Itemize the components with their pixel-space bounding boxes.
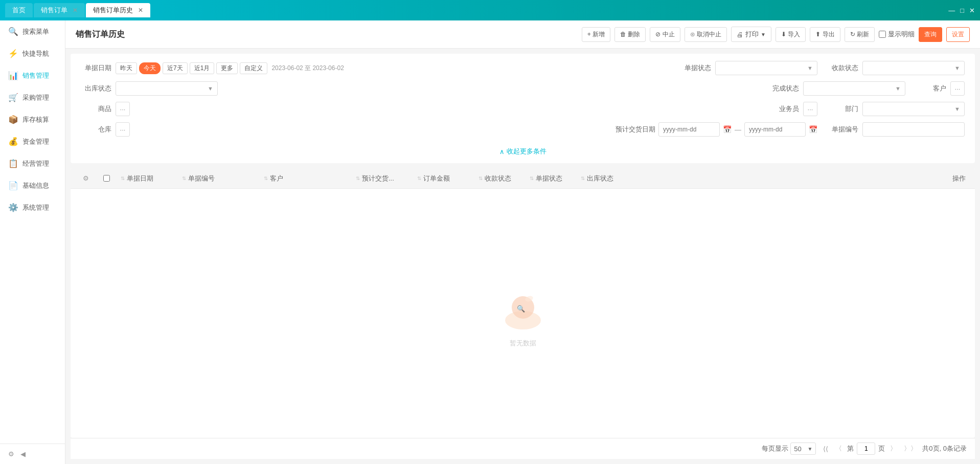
- tab-home[interactable]: 首页: [5, 3, 33, 17]
- delivery-date-filter: 预计交货日期 📅 — 📅: [616, 122, 817, 137]
- sidebar: 🔍 搜索菜单 ⚡ 快捷导航 📊 销售管理 🛒 采购管理 📦 库存核算 💰 资金管…: [0, 20, 65, 464]
- th-bill-status[interactable]: ⇅ 单据状态: [526, 174, 577, 183]
- collapse-button[interactable]: ∧ 收起更多条件: [81, 143, 965, 156]
- receipt-status-select[interactable]: ▼: [862, 61, 965, 75]
- th-bill-date[interactable]: ⇅ 单据日期: [117, 174, 178, 183]
- bill-status-select[interactable]: ▼: [715, 61, 817, 75]
- custom-btn[interactable]: 自定义: [240, 62, 267, 74]
- collapse-label: 收起更多条件: [507, 147, 546, 156]
- th-bill-status-label: 单据状态: [536, 174, 562, 183]
- next-page-button[interactable]: 〉: [888, 443, 899, 454]
- last7days-btn[interactable]: 近7天: [163, 62, 188, 74]
- filter-row-4: 仓库 ··· 预计交货日期 📅 — 📅 单据编号: [81, 122, 965, 137]
- collapse-up-icon: ∧: [499, 148, 505, 156]
- sidebar-item-ops-mgmt[interactable]: 📋 经营管理: [0, 152, 65, 174]
- finance-mgmt-icon: 💰: [8, 137, 18, 146]
- product-picker-btn[interactable]: ···: [116, 102, 130, 116]
- customer-label: 客户: [916, 84, 946, 93]
- last-page-button[interactable]: 〉〉: [902, 443, 919, 454]
- complete-status-filter: 完成状态 ▼: [768, 81, 905, 96]
- salesperson-label: 业务员: [768, 104, 799, 114]
- th-bill-status-sort-icon: ⇅: [530, 175, 534, 181]
- complete-status-label: 完成状态: [768, 84, 799, 93]
- filter-area: 单据日期 昨天 今天 近7天 近1月 更多 自定义 2023-06-02 至 2…: [71, 54, 975, 163]
- th-outbound-status[interactable]: ⇅ 出库状态: [577, 174, 628, 183]
- sidebar-item-quick-nav[interactable]: ⚡ 快捷导航: [0, 42, 65, 64]
- sidebar-item-sys-mgmt[interactable]: ⚙️ 系统管理: [0, 196, 65, 218]
- yesterday-btn[interactable]: 昨天: [116, 62, 137, 74]
- product-label: 商品: [81, 104, 111, 114]
- customer-picker-btn[interactable]: ···: [950, 81, 965, 96]
- department-select[interactable]: ▼: [862, 102, 965, 116]
- sidebar-item-ops-mgmt-label: 经营管理: [22, 159, 49, 168]
- delivery-date-to[interactable]: [744, 122, 806, 137]
- import-button[interactable]: ⬇ 导入: [776, 27, 806, 42]
- tab-sales-order[interactable]: 销售订单 ✕: [34, 3, 85, 17]
- export-button[interactable]: ⬆ 导出: [810, 27, 840, 42]
- th-bill-number[interactable]: ⇅ 单据编号: [178, 174, 260, 183]
- current-page-input[interactable]: [857, 443, 875, 455]
- table-footer: 每页显示 50 ▼ ⟨⟨ 〈 第 页 〉 〉〉 共0页, 0条记录: [71, 438, 975, 459]
- sidebar-item-sales-mgmt[interactable]: 📊 销售管理: [0, 64, 65, 86]
- tab-sales-order-history-close[interactable]: ✕: [138, 7, 143, 14]
- sidebar-settings-icon[interactable]: ⚙: [8, 450, 14, 458]
- outbound-status-arrow-icon: ▼: [208, 85, 213, 92]
- warehouse-filter: 仓库 ···: [81, 122, 130, 137]
- prev-page-button[interactable]: 〈: [833, 443, 844, 454]
- th-order-amount[interactable]: ⇅ 订单金额: [413, 174, 474, 183]
- stop-button[interactable]: ⊘ 中止: [650, 27, 680, 42]
- warehouse-picker-btn[interactable]: ···: [116, 122, 130, 137]
- outbound-status-label: 出库状态: [81, 84, 111, 93]
- new-button[interactable]: + 新增: [582, 27, 610, 42]
- sidebar-item-basic-info[interactable]: 📄 基础信息: [0, 174, 65, 196]
- query-button[interactable]: 查询: [919, 27, 942, 42]
- complete-status-select[interactable]: ▼: [803, 81, 905, 96]
- department-label: 部门: [828, 104, 858, 114]
- sidebar-item-inventory-calc[interactable]: 📦 库存核算: [0, 108, 65, 130]
- delivery-date-label: 预计交货日期: [616, 125, 655, 134]
- sidebar-item-purchase-mgmt[interactable]: 🛒 采购管理: [0, 86, 65, 108]
- sidebar-collapse-icon[interactable]: ◀: [20, 450, 26, 458]
- th-customer[interactable]: ⇅ 客户: [260, 174, 352, 183]
- purchase-mgmt-icon: 🛒: [8, 93, 18, 102]
- refresh-button[interactable]: ↻ 刷新: [845, 27, 875, 42]
- tab-sales-order-close[interactable]: ✕: [73, 7, 78, 14]
- today-btn[interactable]: 今天: [139, 62, 161, 74]
- th-bill-date-label: 单据日期: [127, 174, 153, 183]
- delete-button[interactable]: 🗑 删除: [614, 27, 646, 42]
- table-settings-icon[interactable]: ⚙: [76, 174, 96, 182]
- cancel-stop-button[interactable]: ⊙ 取消中止: [685, 27, 727, 42]
- top-bar: 首页 销售订单 ✕ 销售订单历史 ✕ — □ ✕: [0, 0, 980, 20]
- outbound-status-select[interactable]: ▼: [116, 81, 218, 96]
- close-window-icon[interactable]: ✕: [969, 7, 975, 14]
- tab-sales-order-history[interactable]: 销售订单历史 ✕: [86, 3, 150, 17]
- window-controls: — □ ✕: [948, 7, 975, 14]
- svg-text:🔍: 🔍: [517, 304, 526, 313]
- th-order-amount-label: 订单金额: [423, 174, 450, 183]
- select-all-checkbox[interactable]: [103, 175, 110, 182]
- settings-button[interactable]: 设置: [946, 27, 970, 42]
- th-expected-delivery[interactable]: ⇅ 预计交货...: [352, 174, 413, 183]
- th-receipt-status[interactable]: ⇅ 收款状态: [474, 174, 526, 183]
- salesperson-picker-btn[interactable]: ···: [803, 102, 817, 116]
- per-page-dropdown[interactable]: 50 ▼: [790, 443, 816, 455]
- quick-nav-icon: ⚡: [8, 49, 18, 58]
- th-customer-label: 客户: [270, 174, 283, 183]
- sidebar-item-finance-mgmt[interactable]: 💰 资金管理: [0, 130, 65, 152]
- calendar-to-icon[interactable]: 📅: [809, 125, 817, 134]
- more-btn[interactable]: 更多: [216, 62, 238, 74]
- display-detail-checkbox[interactable]: [879, 31, 886, 38]
- page-size-select: 每页显示 50 ▼: [762, 443, 816, 455]
- sidebar-item-search-menu[interactable]: 🔍 搜索菜单: [0, 20, 65, 42]
- table-select-all[interactable]: [96, 175, 117, 182]
- maximize-icon[interactable]: □: [960, 7, 964, 14]
- delivery-date-from[interactable]: [658, 122, 720, 137]
- ops-mgmt-icon: 📋: [8, 159, 18, 168]
- calendar-from-icon[interactable]: 📅: [723, 125, 732, 134]
- last1month-btn[interactable]: 近1月: [190, 62, 215, 74]
- bill-number-input[interactable]: [862, 122, 965, 137]
- minimize-icon[interactable]: —: [948, 7, 955, 14]
- first-page-button[interactable]: ⟨⟨: [821, 444, 830, 454]
- print-button[interactable]: 🖨 打印 ▼: [731, 27, 771, 42]
- th-outbound-status-label: 出库状态: [587, 174, 613, 183]
